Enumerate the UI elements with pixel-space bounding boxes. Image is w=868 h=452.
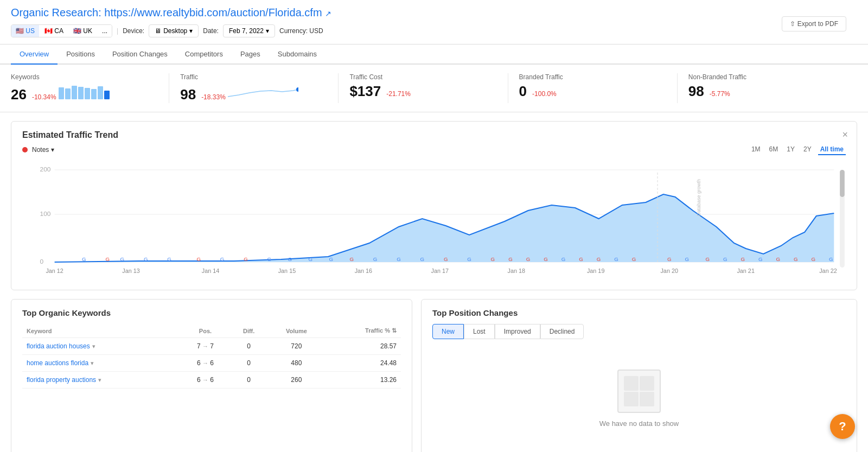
traffic-sort-icon[interactable]: ⇅ [392,327,397,334]
region-uk[interactable]: 🇬🇧 UK [69,25,97,37]
keywords-sparkline [59,83,124,99]
tab-pages[interactable]: Pages [232,44,269,65]
bottom-section: Top Organic Keywords Keyword Pos. Diff. … [11,299,857,452]
page-title-static: Organic Research: [11,7,101,18]
svg-text:G: G [244,257,248,262]
device-label: Device: [123,27,144,35]
filter-lost[interactable]: Lost [464,324,495,339]
no-data-text: We have no data to show [599,419,679,428]
svg-text:Jan 19: Jan 19 [587,268,605,274]
filter-declined[interactable]: Declined [540,324,584,339]
tab-subdomains[interactable]: Subdomains [269,44,326,65]
svg-text:G: G [444,257,448,262]
export-button[interactable]: ⇧ Export to PDF [782,16,846,31]
chart-area: 200 100 0 Jan 12 Jan 13 Jan 14 Jan 15 [22,162,846,281]
svg-text:Jan 16: Jan 16 [355,268,373,274]
keywords-table: Keyword Pos. Diff. Volume Traffic % ⇅ fl… [22,324,401,389]
svg-text:G: G [105,257,110,262]
diff-cell: 0 [229,338,268,355]
metrics-bar: Keywords 26 -10.34% Traffic 98 [0,65,868,112]
svg-text:Jan 12: Jan 12 [46,268,63,274]
time-6m[interactable]: 6M [767,144,781,155]
svg-text:G: G [597,257,601,262]
currency-label: Currency: USD [279,27,323,35]
svg-text:0: 0 [40,258,44,265]
chart-close-button[interactable]: × [842,129,848,141]
svg-text:G: G [829,257,833,262]
table-row: florida auction houses ▾ 7 → 7 0 720 28.… [22,338,401,355]
tab-competitors[interactable]: Competitors [176,44,232,65]
region-more[interactable]: ... [98,25,112,37]
help-button[interactable]: ? [830,414,855,439]
keywords-label: Keywords [11,73,158,81]
export-label: Export to PDF [797,20,838,28]
volume-cell: 480 [268,355,324,372]
keywords-value: 26 [11,86,27,103]
svg-text:G: G [794,257,798,262]
nonbranded-value: 98 [688,83,704,100]
svg-text:Jan 21: Jan 21 [737,268,755,274]
svg-text:G: G [667,257,672,262]
svg-text:Jan 20: Jan 20 [660,268,678,274]
traffic-cell: 13.26 [325,372,401,389]
position-filter-buttons: New Lost Improved Declined [432,324,846,339]
keyword-link-2[interactable]: home auctions florida ▾ [27,359,177,367]
svg-text:G: G [267,257,272,262]
svg-text:G: G [561,257,566,262]
col-volume: Volume [268,324,324,338]
toolbar: 🇺🇸 US 🇨🇦 CA 🇬🇧 UK ... | Device: 🖥 Deskto… [11,24,857,37]
svg-text:G: G [544,257,548,262]
chart-title: Estimated Traffic Trend [22,130,846,140]
time-2y[interactable]: 2Y [801,144,814,155]
metric-branded: Branded Traffic 0 -100.0% [519,73,678,103]
region-selector[interactable]: 🇺🇸 US 🇨🇦 CA 🇬🇧 UK ... [11,24,112,37]
pos-cell: 6 → 6 [181,355,229,372]
keywords-change: -10.34% [32,93,56,101]
svg-point-8 [296,87,298,92]
svg-text:G: G [309,257,313,262]
tab-overview[interactable]: Overview [11,44,58,65]
svg-text:G: G [196,257,201,262]
svg-rect-1 [65,88,71,99]
keyword-link-3[interactable]: florida property auctions ▾ [27,376,177,384]
svg-text:G: G [632,257,636,262]
traffic-sparkline [228,83,298,99]
position-card-title: Top Position Changes [432,308,846,317]
filter-improved[interactable]: Improved [495,324,540,339]
notes-label: Notes [32,146,49,154]
tab-position-changes[interactable]: Position Changes [104,44,176,65]
page-url[interactable]: https://www.realtybid.com/auction/Florid… [104,7,322,18]
device-dropdown[interactable]: 🖥 Desktop ▾ [149,24,199,37]
svg-text:200: 200 [40,166,51,173]
branded-label: Branded Traffic [519,73,666,81]
time-1y[interactable]: 1Y [784,144,797,155]
svg-text:G: G [467,257,471,262]
tab-positions[interactable]: Positions [58,44,104,65]
dropdown-icon: ▾ [98,377,101,384]
notes-button[interactable]: Notes ▾ [22,146,54,154]
position-changes-card: Top Position Changes New Lost Improved D… [421,299,857,452]
svg-text:G: G [420,257,425,262]
date-dropdown[interactable]: Feb 7, 2022 ▾ [223,24,275,37]
pos-cell: 6 → 6 [181,372,229,389]
region-ca[interactable]: 🇨🇦 CA [40,25,68,37]
filter-new[interactable]: New [432,324,464,339]
traffic-cost-value: $137 [349,83,381,100]
table-row: home auctions florida ▾ 6 → 6 0 480 24.4… [22,355,401,372]
time-1m[interactable]: 1M [749,144,763,155]
time-all[interactable]: All time [818,144,846,155]
svg-text:G: G [349,257,354,262]
branded-value: 0 [519,83,527,100]
svg-text:G: G [508,257,513,262]
svg-rect-3 [78,87,84,99]
traffic-cell: 28.57 [325,338,401,355]
svg-text:Jan 15: Jan 15 [278,268,296,274]
svg-text:G: G [685,257,689,262]
region-us[interactable]: 🇺🇸 US [11,25,39,37]
diff-cell: 0 [229,355,268,372]
metric-traffic-cost: Traffic Cost $137 -21.71% [349,73,508,103]
keyword-link-1[interactable]: florida auction houses ▾ [27,342,177,350]
nav-tabs: Overview Positions Position Changes Comp… [0,44,868,65]
svg-text:G: G [812,257,816,262]
notes-dot-icon [22,147,28,152]
